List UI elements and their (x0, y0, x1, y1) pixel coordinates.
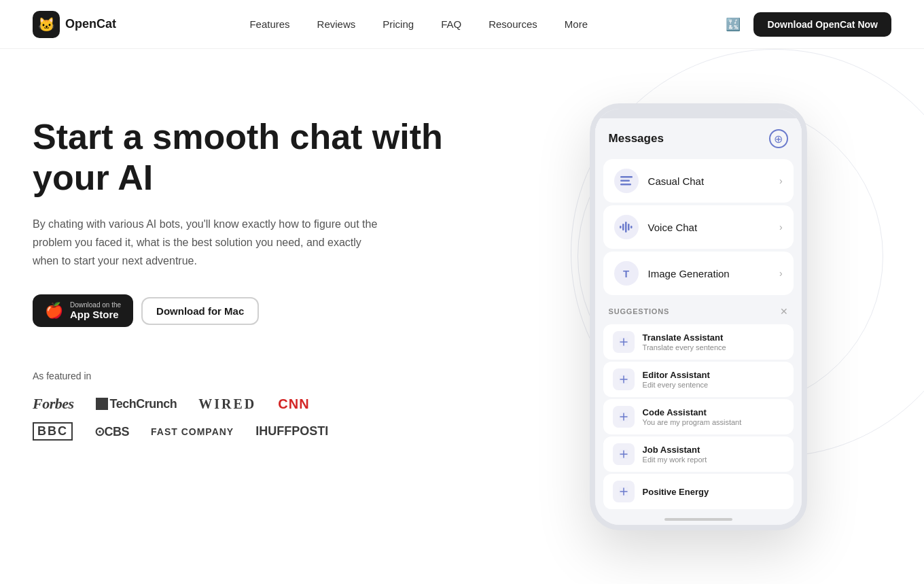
image-generation-name: Image Generation (648, 268, 770, 279)
svg-rect-0 (620, 176, 633, 178)
editor-icon (613, 368, 635, 390)
hero-description: By chating with various AI bots, you'll … (33, 215, 386, 271)
code-title: Code Assistant (643, 407, 784, 417)
voice-chat-chevron: › (779, 222, 783, 233)
hero-buttons: 🍎 Download on the App Store Download for… (33, 294, 505, 327)
nav-link-reviews[interactable]: Reviews (306, 13, 367, 35)
suggestion-editor[interactable]: Editor Assistant Edit every sentence (603, 362, 794, 397)
nav-right: 🔣 Download OpenCat Now (721, 12, 891, 37)
logos-row-1: Forbes TechCrunch WIRED CNN (33, 395, 505, 413)
job-texts: Job Assistant Edit my work report (643, 445, 784, 464)
job-title: Job Assistant (643, 445, 784, 455)
voice-chat-icon (614, 215, 639, 239)
phone-bottom (595, 511, 802, 525)
svg-rect-3 (620, 226, 622, 228)
app-store-button[interactable]: 🍎 Download on the App Store (33, 294, 133, 327)
editor-texts: Editor Assistant Edit every sentence (643, 370, 784, 389)
nav-link-more[interactable]: More (554, 13, 599, 35)
chat-item-voice[interactable]: Voice Chat › (603, 205, 794, 249)
logo-text: OpenCat (65, 17, 116, 31)
navbar: 🐱 OpenCat Features Reviews Pricing FAQ R… (0, 0, 924, 49)
code-desc: You are my program assistant (643, 418, 784, 426)
nav-link-faq[interactable]: FAQ (430, 13, 472, 35)
job-icon (613, 443, 635, 465)
code-texts: Code Assistant You are my program assist… (643, 407, 784, 426)
svg-rect-4 (622, 224, 624, 230)
svg-rect-5 (625, 222, 627, 233)
nav-link-features[interactable]: Features (238, 13, 300, 35)
phone-screen: Messages ⊕ Casual Chat › (595, 118, 802, 509)
chat-item-casual[interactable]: Casual Chat › (603, 159, 794, 203)
casual-chat-chevron: › (779, 175, 783, 186)
suggestion-translate[interactable]: Translate Assistant Translate every sent… (603, 324, 794, 360)
hero-right: Messages ⊕ Casual Chat › (505, 90, 891, 530)
voice-chat-name: Voice Chat (648, 222, 770, 233)
suggestion-code[interactable]: Code Assistant You are my program assist… (603, 399, 794, 434)
logo-techcrunch: TechCrunch (96, 397, 177, 411)
translate-icon (613, 331, 635, 353)
app-store-text: Download on the App Store (70, 301, 121, 320)
positive-title: Positive Energy (643, 487, 784, 497)
logo-cbs: ⊙CBS (94, 424, 129, 439)
chat-item-image[interactable]: T Image Generation › (603, 252, 794, 295)
casual-chat-icon (614, 169, 639, 193)
translate-title: Translate Assistant (643, 332, 784, 343)
hero-section: Start a smooth chat with your AI By chat… (0, 49, 924, 584)
image-generation-icon: T (614, 261, 639, 286)
download-mac-button[interactable]: Download for Mac (141, 297, 259, 325)
messages-add-button[interactable]: ⊕ (769, 129, 788, 148)
messages-title: Messages (609, 132, 664, 145)
phone-notch (671, 111, 726, 116)
nav-links: Features Reviews Pricing FAQ Resources M… (238, 13, 599, 35)
suggestions-header: SUGGESTIONS ✕ (595, 298, 802, 322)
messages-header: Messages ⊕ (595, 118, 802, 156)
logo-huffpost: IHUFFPOSTI (255, 424, 328, 439)
featured-section: As featured in Forbes TechCrunch WIRED C… (33, 371, 505, 441)
logo-forbes: Forbes (33, 395, 74, 413)
positive-texts: Positive Energy (643, 487, 784, 497)
nav-link-resources[interactable]: Resources (478, 13, 548, 35)
logo-cnn: CNN (278, 396, 309, 412)
suggestion-positive[interactable]: Positive Energy (603, 474, 794, 509)
casual-chat-name: Casual Chat (648, 175, 770, 187)
hero-title: Start a smooth chat with your AI (33, 117, 505, 199)
positive-icon (613, 481, 635, 502)
phone-top (595, 109, 802, 118)
featured-label: As featured in (33, 371, 505, 381)
logo-fastcompany: FAST COMPANY (151, 426, 234, 437)
nav-logo[interactable]: 🐱 OpenCat (33, 11, 116, 38)
phone-home-indicator (664, 518, 732, 521)
translate-desc: Translate every sentence (643, 343, 784, 351)
editor-desc: Edit every sentence (643, 381, 784, 389)
editor-title: Editor Assistant (643, 370, 784, 380)
image-generation-chevron: › (779, 268, 783, 279)
suggestion-job[interactable]: Job Assistant Edit my work report (603, 436, 794, 472)
svg-rect-6 (628, 224, 630, 230)
hero-left: Start a smooth chat with your AI By chat… (33, 90, 505, 441)
nav-link-pricing[interactable]: Pricing (372, 13, 425, 35)
svg-rect-7 (630, 226, 633, 228)
svg-rect-2 (620, 184, 631, 186)
apple-icon: 🍎 (45, 302, 63, 320)
job-desc: Edit my work report (643, 456, 784, 464)
phone-mockup: Messages ⊕ Casual Chat › (590, 103, 807, 530)
nav-icon-button[interactable]: 🔣 (721, 12, 745, 37)
logo-wired: WIRED (198, 396, 256, 412)
suggestions-close-button[interactable]: ✕ (780, 306, 788, 317)
translate-texts: Translate Assistant Translate every sent… (643, 332, 784, 351)
logo-bbc: BBC (33, 422, 73, 441)
suggestions-label: SUGGESTIONS (609, 307, 669, 315)
logos-row-2: BBC ⊙CBS FAST COMPANY IHUFFPOSTI (33, 422, 505, 441)
nav-cta-button[interactable]: Download OpenCat Now (753, 12, 891, 37)
svg-rect-1 (620, 180, 630, 182)
code-icon (613, 406, 635, 428)
logo-icon: 🐱 (33, 11, 60, 38)
plus-icon: ⊕ (774, 133, 783, 145)
